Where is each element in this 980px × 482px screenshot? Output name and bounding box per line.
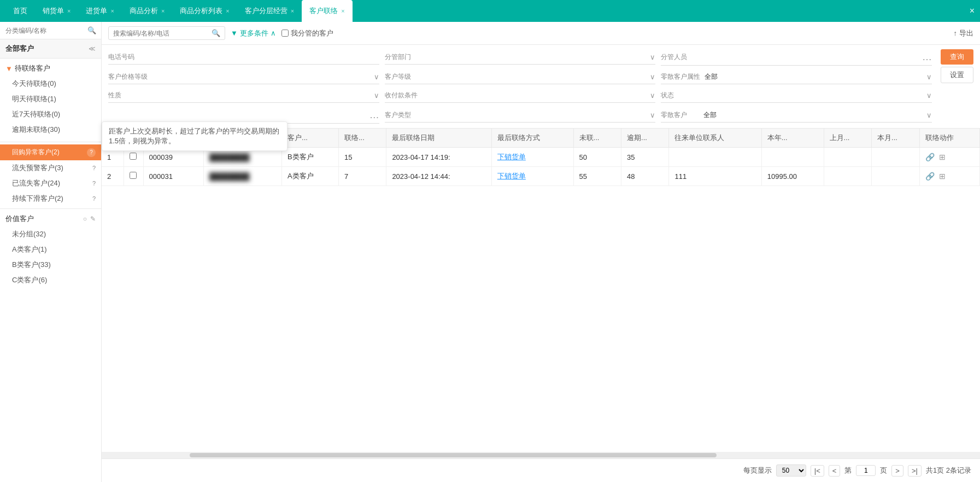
more-filters-button[interactable]: ▼ 更多条件 ∧ bbox=[231, 28, 276, 38]
filter-scatter-attr[interactable]: 零散客户属性 全部 ∨ bbox=[661, 70, 932, 84]
row1-last-date: 2023-04-17 14:19: bbox=[386, 148, 491, 167]
sidebar-item-7days[interactable]: 近7天待联络(0) bbox=[0, 107, 101, 122]
sidebar-item-churn-warning[interactable]: 流失预警客户(3) ? bbox=[0, 160, 101, 176]
sidebar-item-class-a[interactable]: A类客户(1) bbox=[0, 242, 101, 257]
value-customers-section[interactable]: 价值客户 ○ ✎ bbox=[0, 211, 101, 227]
row1-last-month bbox=[824, 148, 871, 167]
filter-row-2: 客户价格等级 ∨ 客户等级 ∨ 零散客户属性 全部 bbox=[108, 70, 932, 84]
window-close-icon[interactable]: × bbox=[970, 6, 975, 16]
per-page-select[interactable]: 50 100 200 bbox=[776, 464, 806, 477]
filter-price-level[interactable]: 客户价格等级 ∨ bbox=[108, 70, 379, 84]
filter-icon: ▼ bbox=[231, 29, 238, 37]
query-button[interactable]: 查询 bbox=[941, 49, 973, 65]
filter-manager[interactable]: 分管人员 … bbox=[661, 49, 932, 66]
close-icon[interactable]: × bbox=[110, 8, 114, 14]
page-next-button[interactable]: > bbox=[891, 465, 903, 477]
filter-dept[interactable]: 分管部门 ∨ bbox=[385, 50, 656, 65]
row2-overdue: 48 bbox=[621, 167, 669, 186]
row2-last-date: 2023-04-12 14:44: bbox=[386, 167, 491, 186]
filter-phone-input[interactable] bbox=[151, 54, 379, 61]
nav-item-sales[interactable]: 销货单 × bbox=[35, 0, 78, 22]
filter-status[interactable]: 状态 ∨ bbox=[661, 89, 932, 103]
sidebar-item-class-b[interactable]: B类客户(33) bbox=[0, 257, 101, 272]
page-last-button[interactable]: >| bbox=[908, 465, 922, 477]
filter-scatter-customer-arrow-icon: ∨ bbox=[926, 111, 932, 119]
filter-customer-type-arrow-icon: ∨ bbox=[650, 111, 655, 119]
sidebar-search: 🔍 bbox=[0, 22, 101, 39]
search-input[interactable] bbox=[113, 30, 212, 37]
scrollbar-thumb[interactable] bbox=[190, 453, 717, 457]
filter-scatter-customer[interactable]: 零散客户 全部 ∨ bbox=[661, 108, 932, 123]
group-arrow-icon: ▼ bbox=[5, 65, 13, 73]
col-overdue: 逾期... bbox=[621, 129, 669, 148]
row2-checkbox[interactable] bbox=[124, 167, 143, 186]
filter-status-arrow-icon: ∨ bbox=[926, 91, 932, 100]
nav-item-customer-tier[interactable]: 客户分层经营 × bbox=[237, 0, 302, 22]
page-prev-button[interactable]: < bbox=[829, 465, 841, 477]
sidebar-search-input[interactable] bbox=[5, 27, 87, 34]
row2-last-method[interactable]: 下销货单 bbox=[491, 167, 573, 186]
churned-help-icon[interactable]: ? bbox=[92, 180, 96, 187]
row1-grid-icon[interactable]: ⊞ bbox=[939, 153, 946, 161]
value-customers-settings-icon[interactable]: ✎ bbox=[90, 215, 96, 223]
close-icon[interactable]: × bbox=[161, 8, 165, 14]
row2-contact-count: 7 bbox=[338, 167, 386, 186]
filter-more-icon[interactable]: … bbox=[369, 109, 379, 121]
settings-button[interactable]: 设置 bbox=[941, 67, 973, 83]
value-customers-edit-icon[interactable]: ○ bbox=[83, 215, 87, 223]
filter-nature[interactable]: 性质 ∨ bbox=[108, 89, 379, 103]
sidebar-item-tomorrow[interactable]: 明天待联络(1) bbox=[0, 91, 101, 107]
churn-warning-help-icon[interactable]: ? bbox=[92, 165, 96, 171]
close-icon[interactable]: × bbox=[341, 8, 344, 14]
sidebar-item-overdue[interactable]: 逾期未联络(30) bbox=[0, 122, 101, 137]
sidebar-item-repurchase-abnormal[interactable]: 回购异常客户(2) ? bbox=[0, 144, 101, 160]
filter-customer-type[interactable]: 客户类型 ∨ bbox=[385, 108, 656, 123]
row2-select-checkbox[interactable] bbox=[130, 172, 137, 179]
row1-this-month bbox=[872, 148, 919, 167]
export-button[interactable]: ↑ 导出 bbox=[954, 28, 974, 38]
sidebar-search-icon[interactable]: 🔍 bbox=[87, 26, 96, 34]
nav-item-purchase[interactable]: 进货单 × bbox=[78, 0, 121, 22]
close-icon[interactable]: × bbox=[291, 8, 294, 14]
filter-scatter-attr-arrow-icon: ∨ bbox=[926, 73, 932, 81]
filter-payment[interactable]: 收付款条件 ∨ bbox=[385, 89, 656, 103]
row2-name: ████████ bbox=[203, 167, 281, 186]
my-customers-checkbox[interactable] bbox=[281, 30, 289, 37]
close-icon[interactable]: × bbox=[67, 8, 71, 14]
repurchase-abnormal-help-icon[interactable]: ? bbox=[87, 148, 96, 157]
my-customers-checkbox-label[interactable]: 我分管的客户 bbox=[281, 28, 333, 38]
filter-customer-level[interactable]: 客户等级 ∨ bbox=[385, 70, 656, 84]
sidebar-item-today[interactable]: 今天待联络(0) bbox=[0, 76, 101, 91]
nav-item-analysis-list[interactable]: 商品分析列表 × bbox=[172, 0, 237, 22]
pending-contact-group-title[interactable]: ▼ 待联络客户 bbox=[0, 61, 101, 76]
sidebar-collapse-icon[interactable]: ≪ bbox=[89, 45, 96, 53]
sidebar-item-unclassified[interactable]: 未分组(32) bbox=[0, 227, 101, 242]
close-icon[interactable]: × bbox=[226, 8, 229, 14]
page-number-input[interactable] bbox=[856, 465, 876, 476]
page-first-button[interactable]: |< bbox=[811, 465, 824, 477]
nav-item-analysis[interactable]: 商品分析 × bbox=[122, 0, 172, 22]
declining-help-icon[interactable]: ? bbox=[92, 195, 96, 202]
row1-contact-count: 15 bbox=[338, 148, 386, 167]
nav-item-customer-contact[interactable]: 客户联络 × bbox=[302, 0, 352, 22]
horizontal-scrollbar[interactable] bbox=[102, 452, 980, 458]
sidebar-item-class-c[interactable]: C类客户(6) bbox=[0, 272, 101, 288]
top-nav: 首页 销货单 × 进货单 × 商品分析 × 商品分析列表 × 客户分层经营 × … bbox=[0, 0, 980, 22]
row1-link-icon[interactable]: 🔗 bbox=[925, 153, 935, 161]
sidebar-divider2 bbox=[0, 208, 101, 209]
sidebar-item-churned[interactable]: 已流失客户(24) ? bbox=[0, 176, 101, 191]
row2-index: 2 bbox=[102, 167, 124, 186]
search-icon[interactable]: 🔍 bbox=[212, 29, 220, 37]
action-icons: 🔗 ⊞ bbox=[925, 153, 974, 161]
col-contact-person: 往来单位联系人 bbox=[669, 129, 761, 148]
row2-grid-icon[interactable]: ⊞ bbox=[939, 172, 946, 181]
row1-select-checkbox[interactable] bbox=[130, 153, 137, 160]
sidebar-item-declining[interactable]: 持续下滑客户(2) ? bbox=[0, 191, 101, 206]
row1-last-method[interactable]: 下销货单 bbox=[491, 148, 573, 167]
filter-manager-more-icon[interactable]: … bbox=[922, 51, 932, 63]
tooltip-box: 距客户上次交易时长，超过了此客户的平均交易周期的1.5倍，则视为异常。 bbox=[102, 121, 287, 151]
nav-item-home[interactable]: 首页 bbox=[5, 0, 35, 22]
filter-payment-arrow-icon: ∨ bbox=[650, 91, 655, 100]
row2-link-icon[interactable]: 🔗 bbox=[925, 172, 935, 181]
row1-unlocked: 50 bbox=[573, 148, 621, 167]
